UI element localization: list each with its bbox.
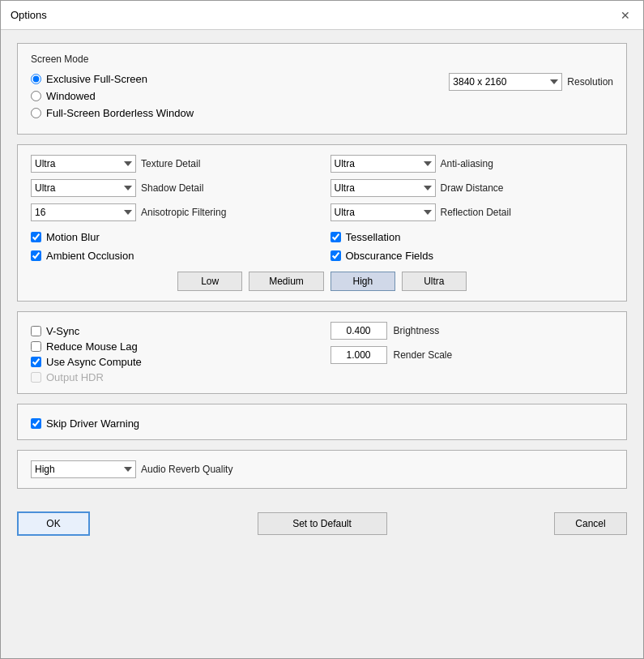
preset-buttons: Low Medium High Ultra <box>31 272 613 291</box>
title-bar: Options ✕ <box>1 1 643 30</box>
windowed-row: Windowed <box>31 90 194 102</box>
reflection-detail-label: Reflection Detail <box>441 207 511 218</box>
screen-mode-section: Screen Mode Exclusive Full-Screen Window… <box>17 43 627 135</box>
ambient-occlusion-checkbox[interactable] <box>31 250 41 261</box>
brightness-input[interactable] <box>331 322 387 340</box>
tessellation-label: Tessellation <box>346 231 401 243</box>
preset-medium-button[interactable]: Medium <box>249 272 324 291</box>
skip-driver-warning-row: Skip Driver Warning <box>31 417 613 430</box>
use-async-compute-row: Use Async Compute <box>31 356 314 368</box>
graphics-checkboxes: Motion Blur Tessellation Ambient Occlusi… <box>31 228 613 262</box>
draw-distance-row: UltraHighMediumLow Draw Distance <box>331 179 614 197</box>
tessellation-row: Tessellation <box>331 231 614 243</box>
preset-ultra-button[interactable]: Ultra <box>402 272 467 291</box>
screen-mode-title: Screen Mode <box>31 53 613 65</box>
exclusive-fullscreen-radio[interactable] <box>31 74 41 84</box>
ok-button[interactable]: OK <box>17 511 90 536</box>
use-async-compute-checkbox[interactable] <box>31 357 41 367</box>
borderless-radio[interactable] <box>31 108 41 118</box>
brightness-label: Brightness <box>394 325 440 336</box>
preset-low-button[interactable]: Low <box>177 272 242 291</box>
skip-driver-warning-label: Skip Driver Warning <box>46 417 139 430</box>
borderless-label: Full-Screen Borderless Window <box>46 107 194 119</box>
ambient-occlusion-label: Ambient Occlusion <box>46 250 134 262</box>
render-scale-row: Render Scale <box>331 346 614 364</box>
motion-blur-label: Motion Blur <box>46 231 100 243</box>
output-hdr-row: Output HDR <box>31 371 314 383</box>
obscurance-fields-row: Obscurance Fields <box>331 250 614 262</box>
graphics-left: UltraHighMediumLow Texture Detail UltraH… <box>31 155 314 221</box>
shadow-detail-label: Shadow Detail <box>141 182 203 194</box>
use-async-compute-label: Use Async Compute <box>46 356 142 368</box>
output-hdr-label: Output HDR <box>46 371 104 383</box>
anisotropic-label: Anisotropic Filtering <box>141 207 226 218</box>
anti-aliasing-row: UltraHighMediumLowOff Anti-aliasing <box>331 155 614 173</box>
reflection-detail-select[interactable]: UltraHighMediumLow <box>331 203 436 221</box>
anisotropic-row: 168421 Anisotropic Filtering <box>31 203 314 221</box>
reduce-mouse-lag-row: Reduce Mouse Lag <box>31 340 314 353</box>
windowed-radio[interactable] <box>31 91 41 101</box>
render-scale-label: Render Scale <box>394 349 453 361</box>
options-dialog: Options ✕ Screen Mode Exclusive Full-Scr… <box>0 0 644 659</box>
texture-detail-select[interactable]: UltraHighMediumLow <box>31 155 136 173</box>
ambient-occlusion-row: Ambient Occlusion <box>31 250 314 262</box>
draw-distance-select[interactable]: UltraHighMediumLow <box>331 179 436 197</box>
screen-mode-options: Exclusive Full-Screen Windowed Full-Scre… <box>31 73 194 124</box>
anti-aliasing-label: Anti-aliasing <box>441 158 493 169</box>
windowed-label: Windowed <box>46 90 96 102</box>
shadow-detail-row: UltraHighMediumLow Shadow Detail <box>31 179 314 197</box>
render-scale-input[interactable] <box>331 346 387 364</box>
preset-high-button[interactable]: High <box>331 272 395 291</box>
anti-aliasing-select[interactable]: UltraHighMediumLowOff <box>331 155 436 173</box>
motion-blur-row: Motion Blur <box>31 231 314 243</box>
shadow-detail-select[interactable]: UltraHighMediumLow <box>31 179 136 197</box>
reduce-mouse-lag-checkbox[interactable] <box>31 341 41 352</box>
graphics-section: UltraHighMediumLow Texture Detail UltraH… <box>17 144 627 302</box>
brightness-row: Brightness <box>331 322 614 340</box>
graphics-dropdowns: UltraHighMediumLow Texture Detail UltraH… <box>31 155 613 221</box>
graphics-right: UltraHighMediumLowOff Anti-aliasing Ultr… <box>331 155 614 221</box>
advanced-section: V-Sync Reduce Mouse Lag Use Async Comput… <box>17 311 627 394</box>
close-button[interactable]: ✕ <box>617 7 633 24</box>
set-to-default-button[interactable]: Set to Default <box>258 512 387 535</box>
output-hdr-checkbox <box>31 372 41 383</box>
reduce-mouse-lag-label: Reduce Mouse Lag <box>46 340 138 353</box>
dialog-title: Options <box>11 9 47 21</box>
vsync-label: V-Sync <box>46 325 79 337</box>
obscurance-fields-label: Obscurance Fields <box>346 250 433 262</box>
vsync-checkbox[interactable] <box>31 326 41 336</box>
driver-warning-section: Skip Driver Warning <box>17 404 627 440</box>
dialog-body: Screen Mode Exclusive Full-Screen Window… <box>1 30 643 502</box>
draw-distance-label: Draw Distance <box>441 182 504 194</box>
resolution-select[interactable]: 3840 x 2160 2560 x 1440 1920 x 1080 1280… <box>449 73 562 91</box>
borderless-row: Full-Screen Borderless Window <box>31 107 194 119</box>
resolution-label: Resolution <box>567 76 613 88</box>
obscurance-fields-checkbox[interactable] <box>331 250 341 261</box>
vsync-row: V-Sync <box>31 325 314 337</box>
advanced-left: V-Sync Reduce Mouse Lag Use Async Comput… <box>31 322 314 383</box>
skip-driver-warning-checkbox[interactable] <box>31 418 41 429</box>
tessellation-checkbox[interactable] <box>331 232 341 242</box>
audio-reverb-select[interactable]: HighMediumLowOff <box>31 460 136 478</box>
anisotropic-select[interactable]: 168421 <box>31 203 136 221</box>
audio-section: HighMediumLowOff Audio Reverb Quality <box>17 450 627 489</box>
dialog-footer: OK Set to Default Cancel <box>1 502 643 546</box>
motion-blur-checkbox[interactable] <box>31 232 41 242</box>
texture-detail-row: UltraHighMediumLow Texture Detail <box>31 155 314 173</box>
audio-reverb-label: Audio Reverb Quality <box>141 464 232 475</box>
resolution-row: 3840 x 2160 2560 x 1440 1920 x 1080 1280… <box>449 73 613 91</box>
texture-detail-label: Texture Detail <box>141 158 200 169</box>
exclusive-fullscreen-label: Exclusive Full-Screen <box>46 73 147 85</box>
advanced-right: Brightness Render Scale <box>331 322 614 383</box>
exclusive-fullscreen-row: Exclusive Full-Screen <box>31 73 194 85</box>
reflection-detail-row: UltraHighMediumLow Reflection Detail <box>331 203 614 221</box>
audio-reverb-row: HighMediumLowOff Audio Reverb Quality <box>31 460 613 478</box>
cancel-button[interactable]: Cancel <box>554 512 627 535</box>
